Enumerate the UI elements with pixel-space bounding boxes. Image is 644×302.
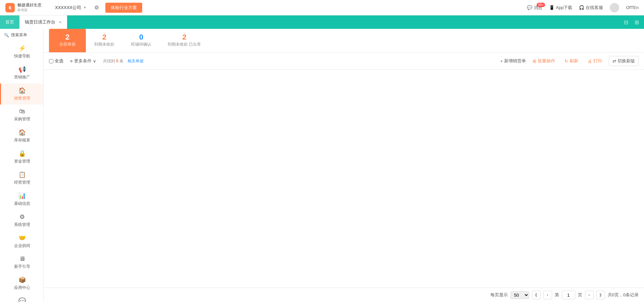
app-download-label: App下载	[556, 5, 572, 11]
beginner-icon: 🖥	[19, 255, 25, 262]
minimize-tab-button[interactable]: ⊟	[621, 17, 631, 27]
stat-tab-wangpu[interactable]: 0 旺铺待确认	[123, 29, 160, 52]
result-unit: 条	[119, 59, 123, 63]
online-service-label: 在线客服	[586, 5, 603, 11]
username: OfTEn	[626, 5, 639, 10]
batch-icon: ⊞	[533, 59, 536, 64]
sidebar-item-wechat[interactable]: 💬 企业微信	[0, 294, 43, 302]
tab-home[interactable]: 首页	[0, 15, 19, 29]
logo-area: 6 畅捷通好生意 标准版	[5, 3, 49, 13]
select-all-input[interactable]	[49, 59, 53, 63]
sidebar-label-system: 系统管理	[14, 222, 30, 228]
sidebar-item-app-center[interactable]: 📦 应用中心	[0, 273, 43, 294]
page-size-label: 每页显示	[490, 292, 508, 298]
sidebar-item-system[interactable]: ⚙ 系统管理	[0, 210, 43, 231]
sidebar: 🔍 搜索菜单 ⚡ 快捷导航 📢 营销推广 🏠 销售管理 🛍 采购管理 🏠 库存核…	[0, 29, 44, 302]
toolbar-right: + 新增销货单 ⊞ 批量操作 ↻ 刷新 🖨 打印 ⇄ 切换新版	[500, 56, 639, 66]
message-item[interactable]: 💬 消息 99+	[527, 5, 542, 11]
sidebar-item-purchase[interactable]: 🛍 采购管理	[0, 105, 43, 125]
content-area: 2 全部单据 2 到期未收款 0 旺铺待确认 2 到期未收款 已出库 全选	[44, 29, 644, 302]
tab-close-icon[interactable]: ✕	[59, 20, 62, 24]
app-badge: 标准版	[17, 8, 42, 12]
stat-wangpu-label: 旺铺待确认	[131, 42, 151, 47]
header-right: 💬 消息 99+ 📱 App下载 🎧 在线客服 OfTEn	[527, 3, 639, 12]
page-size-select[interactable]: 50 100 200	[511, 291, 529, 299]
basic-info-icon: 📊	[18, 192, 26, 199]
app-name: 畅捷通好生意	[17, 3, 42, 8]
toolbar: 全选 ≡ 更多条件 ∨ 共找到 0 条 相关单据 + 新增销货单 ⊞ 批量	[44, 53, 644, 70]
stat-overdue-label: 到期未收款	[94, 42, 114, 47]
company-selector[interactable]: XXXXXX公司 ▼	[52, 3, 89, 12]
stat-tab-all[interactable]: 2 全部单据	[49, 29, 86, 52]
sidebar-label-operations: 经营管理	[14, 180, 30, 185]
system-icon: ⚙	[19, 213, 25, 221]
stats-tabs: 2 全部单据 2 到期未收款 0 旺铺待确认 2 到期未收款 已出库	[44, 29, 644, 53]
purchase-icon: 🛍	[19, 108, 25, 115]
more-filter-button[interactable]: ≡ 更多条件 ∨	[67, 57, 99, 65]
switch-icon: ⇄	[612, 59, 616, 64]
wechat-icon: 💬	[18, 297, 26, 302]
batch-operation-button[interactable]: ⊞ 批量操作	[530, 57, 558, 65]
avatar[interactable]	[610, 3, 619, 12]
related-records-button[interactable]: 相关单据	[127, 58, 144, 64]
sidebar-item-beginner[interactable]: 🖥 新手引导	[0, 252, 43, 273]
stat-overdue-shipped-label: 到期未收款 已出库	[168, 42, 201, 47]
sidebar-item-sales[interactable]: 🏠 销售管理	[0, 83, 43, 105]
sidebar-label-app-center: 应用中心	[14, 285, 30, 291]
prev-page-button[interactable]: ‹	[543, 291, 552, 299]
table-area	[44, 70, 644, 288]
app-download-item[interactable]: 📱 App下载	[549, 5, 572, 11]
sidebar-item-quick-nav[interactable]: ⚡ 快捷导航	[0, 41, 43, 62]
page-input[interactable]	[562, 291, 575, 299]
nav-tabs: 首页 钱货日清工作台 ✕ ⊟ ⊞	[0, 15, 644, 29]
sidebar-item-operations[interactable]: 📋 经营管理	[0, 168, 43, 189]
sidebar-item-marketing[interactable]: 📢 营销推广	[0, 62, 43, 83]
maximize-tab-button[interactable]: ⊞	[632, 17, 641, 27]
result-prefix: 共找到	[103, 59, 115, 63]
first-page-button[interactable]: ⟪	[532, 291, 541, 299]
sidebar-item-inventory[interactable]: 🏠 库存核算	[0, 125, 43, 146]
tab-cashflow-workbench[interactable]: 钱货日清工作台 ✕	[19, 15, 67, 29]
logo-text-block: 畅捷通好生意 标准版	[17, 3, 42, 13]
search-menu-item[interactable]: 🔍 搜索菜单	[0, 29, 43, 41]
marketing-icon: 📢	[18, 66, 26, 73]
refresh-icon: ↻	[565, 59, 568, 64]
add-sales-order-button[interactable]: + 新增销货单	[500, 58, 526, 64]
refresh-button[interactable]: ↻ 刷新	[562, 57, 581, 65]
add-icon: +	[500, 59, 503, 64]
sidebar-item-enterprise-collab[interactable]: 🤝 企业协同	[0, 231, 43, 252]
stat-wangpu-count: 0	[139, 33, 143, 42]
select-all-label: 全选	[55, 58, 63, 64]
settings-button[interactable]: ⚙	[92, 3, 101, 12]
stat-tab-overdue[interactable]: 2 到期未收款	[86, 29, 123, 52]
cashflow-tab-label: 钱货日清工作台	[25, 19, 55, 25]
nav-tabs-right: ⊟ ⊞	[621, 17, 644, 27]
app-download-icon: 📱	[549, 5, 554, 10]
next-page-button[interactable]: ›	[585, 291, 594, 299]
stat-tab-overdue-shipped[interactable]: 2 到期未收款 已出库	[160, 29, 209, 52]
page-label: 第	[555, 292, 559, 298]
filter-arrow-icon: ∨	[93, 59, 96, 64]
sidebar-item-basic-info[interactable]: 📊 基础信息	[0, 189, 43, 210]
filter-icon: ≡	[70, 59, 73, 64]
print-button[interactable]: 🖨 打印	[585, 57, 605, 65]
quick-nav-icon: ⚡	[18, 45, 26, 52]
pagination-footer: 每页显示 50 100 200 ⟪ ‹ 第 页 › ⟫ 共0页，0条记录	[44, 288, 644, 302]
stat-overdue-shipped-count: 2	[182, 33, 186, 42]
sidebar-label-marketing: 营销推广	[14, 74, 30, 80]
online-service-item[interactable]: 🎧 在线客服	[579, 5, 603, 11]
result-text: 共找到 0 条	[103, 58, 123, 64]
select-all-checkbox[interactable]: 全选	[49, 58, 63, 64]
sidebar-label-enterprise-collab: 企业协同	[14, 243, 30, 249]
switch-version-button[interactable]: ⇄ 切换新版	[609, 56, 639, 66]
sidebar-label-inventory: 库存核算	[14, 137, 30, 143]
app-center-icon: 📦	[18, 276, 26, 284]
home-tab-label: 首页	[5, 19, 14, 25]
filter-label: 更多条件	[74, 58, 92, 64]
experience-button[interactable]: 体验行业方案	[105, 3, 142, 13]
finance-icon: 🔒	[18, 150, 26, 157]
last-page-button[interactable]: ⟫	[596, 291, 605, 299]
sidebar-item-finance[interactable]: 🔒 资金管理	[0, 146, 43, 168]
enterprise-collab-icon: 🤝	[18, 234, 26, 242]
switch-label: 切换新版	[618, 58, 635, 64]
